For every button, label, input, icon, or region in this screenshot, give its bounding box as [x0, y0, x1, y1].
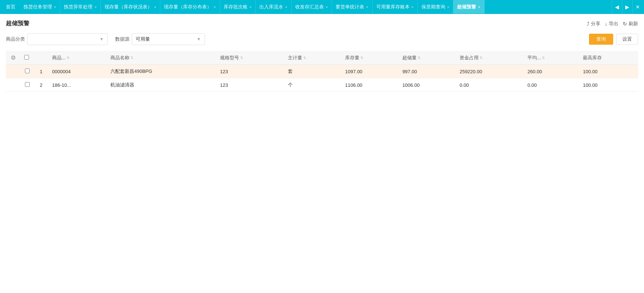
close-tab-inventory-status[interactable]: ×	[154, 5, 156, 9]
close-tab-order-stat[interactable]: ×	[366, 5, 368, 9]
row-spec-1: 123	[216, 78, 284, 92]
row-unit-0: 套	[284, 65, 341, 78]
header-actions: ⤴ 分享 ↓ 导出 ↻ 刷新	[587, 21, 638, 27]
row-unit-1: 个	[284, 78, 341, 92]
tab-inventory-dist[interactable]: 现存量（库存分布表） ×	[160, 0, 220, 14]
datasource-select[interactable]: 可用量 ▼	[132, 33, 205, 45]
close-tab-task[interactable]: ×	[54, 5, 56, 9]
nav-prev-btn[interactable]: ◀	[612, 0, 622, 14]
export-link[interactable]: ↓ 导出	[605, 21, 618, 27]
gear-icon[interactable]: ⚙	[10, 54, 17, 61]
close-tab-inventory-dist[interactable]: ×	[213, 5, 216, 9]
row-avg-1: 0.00	[524, 78, 579, 92]
sort-unit-icon: ⇅	[303, 56, 306, 60]
th-avg[interactable]: 平均... ⇅	[524, 51, 579, 65]
nav-arrows: ◀ ▶ ✕	[612, 0, 643, 14]
row-checkbox-cell	[21, 78, 34, 92]
nav-home[interactable]: 首页	[1, 0, 20, 14]
tab-task[interactable]: 拣货任务管理 ×	[20, 0, 60, 14]
th-max-stock[interactable]: 最高库存	[579, 51, 638, 65]
th-checkbox	[21, 51, 34, 65]
row-product-name-0: 六配套新昌490BPG	[107, 65, 216, 78]
row-max-stock-1: 100.00	[579, 78, 638, 92]
row-spec-0: 123	[216, 65, 284, 78]
datasource-arrow-icon: ▼	[197, 37, 201, 42]
row-product-code-1: 186-10...	[48, 78, 107, 92]
settings-button[interactable]: 设置	[616, 34, 638, 45]
datasource-value: 可用量	[136, 36, 197, 42]
th-gear: ⚙	[6, 51, 21, 65]
sort-avg-icon: ⇅	[542, 56, 545, 60]
query-button[interactable]: 查询	[589, 34, 613, 45]
th-stock[interactable]: 库存量 ⇅	[341, 51, 399, 65]
tab-inout[interactable]: 出入库流水 ×	[256, 0, 291, 14]
row-capital-0: 259220.00	[456, 65, 524, 78]
tab-overstock[interactable]: 超储预警 ×	[453, 0, 484, 14]
close-tab-available[interactable]: ×	[411, 5, 414, 9]
refresh-link[interactable]: ↻ 刷新	[623, 21, 638, 27]
close-tab-quality[interactable]: ×	[447, 5, 449, 9]
table-row: 2 186-10... 机油滤清器 123 个 1106.00 1006.00 …	[6, 78, 638, 92]
th-unit[interactable]: 主计量 ⇅	[284, 51, 341, 65]
data-table: ⚙ 商品... ⇅ 商品名称 ⇅	[6, 51, 638, 92]
table-body: 1 0000004 六配套新昌490BPG 123 套 1097.00 997.…	[6, 65, 638, 92]
sort-spec-icon: ⇅	[240, 56, 243, 60]
row-max-stock-0: 100.00	[579, 65, 638, 78]
category-select-arrow-icon: ▼	[99, 37, 104, 42]
row-gear-cell	[6, 65, 21, 78]
row-checkbox-cell	[21, 65, 34, 78]
th-overstock[interactable]: 超储量 ⇅	[399, 51, 456, 65]
row-num-0: 1	[34, 65, 48, 78]
nav-next-btn[interactable]: ▶	[622, 0, 632, 14]
row-capital-1: 0.00	[456, 78, 524, 92]
close-tab-overstock[interactable]: ×	[478, 5, 480, 9]
tab-collect[interactable]: 收发存汇总表 ×	[292, 0, 332, 14]
select-all-checkbox[interactable]	[24, 55, 29, 60]
row-overstock-1: 1006.00	[399, 78, 456, 92]
tab-available[interactable]: 可用量库存账本 ×	[373, 0, 418, 14]
close-tab-inout[interactable]: ×	[285, 5, 287, 9]
filter-row: 商品分类 ▼ 数据源 可用量 ▼ 查询 设置	[6, 33, 638, 45]
sort-overstock-icon: ⇅	[418, 56, 421, 60]
row-stock-1: 1106.00	[341, 78, 399, 92]
row-gear-cell	[6, 78, 21, 92]
page-header: 超储预警 ⤴ 分享 ↓ 导出 ↻ 刷新	[6, 20, 638, 27]
refresh-icon: ↻	[623, 21, 627, 27]
sort-product-name-icon: ⇅	[131, 56, 133, 60]
th-spec[interactable]: 规格型号 ⇅	[216, 51, 284, 65]
row-checkbox-1[interactable]	[25, 82, 30, 87]
datasource-filter: 数据源 可用量 ▼	[115, 33, 205, 45]
row-num-1: 2	[34, 78, 48, 92]
filter-buttons: 查询 设置	[589, 34, 638, 45]
th-capital[interactable]: 资金占用 ⇅	[456, 51, 524, 65]
nav-close-btn[interactable]: ✕	[632, 0, 643, 14]
close-tab-collect[interactable]: ×	[326, 5, 328, 9]
row-product-name-1: 机油滤清器	[107, 78, 216, 92]
datasource-label: 数据源	[115, 36, 129, 42]
sort-stock-icon: ⇅	[361, 56, 363, 60]
page-title: 超储预警	[6, 20, 29, 27]
th-product-name[interactable]: 商品名称 ⇅	[107, 51, 216, 65]
tab-quality[interactable]: 保质期查询 ×	[418, 0, 453, 14]
category-filter: 商品分类 ▼	[6, 33, 108, 45]
row-checkbox-0[interactable]	[25, 68, 30, 73]
tab-batch[interactable]: 库存批次账 ×	[220, 0, 256, 14]
table-header: ⚙ 商品... ⇅ 商品名称 ⇅	[6, 51, 638, 65]
sort-product-code-icon: ⇅	[67, 56, 70, 60]
row-avg-0: 260.00	[524, 65, 579, 78]
tab-abnormal[interactable]: 拣货异常处理 ×	[60, 0, 100, 14]
top-nav: 首页 拣货任务管理 × 拣货异常处理 × 现存量（库存状况表） × 现存量（库存…	[0, 0, 644, 14]
share-icon: ⤴	[587, 21, 589, 27]
tab-order-stat[interactable]: 要货单统计表 ×	[332, 0, 372, 14]
row-overstock-0: 997.00	[399, 65, 456, 78]
page-content: 超储预警 ⤴ 分享 ↓ 导出 ↻ 刷新 商品分类 ▼ 数据源	[0, 14, 644, 293]
row-product-code-0: 0000004	[48, 65, 107, 78]
th-product-code[interactable]: 商品... ⇅	[48, 51, 107, 65]
close-tab-abnormal[interactable]: ×	[94, 5, 96, 9]
category-label: 商品分类	[6, 36, 25, 42]
share-link[interactable]: ⤴ 分享	[587, 21, 600, 27]
category-select[interactable]: ▼	[27, 33, 108, 45]
tab-inventory-status[interactable]: 现存量（库存状况表） ×	[101, 0, 160, 14]
th-num	[34, 51, 48, 65]
close-tab-batch[interactable]: ×	[249, 5, 252, 9]
